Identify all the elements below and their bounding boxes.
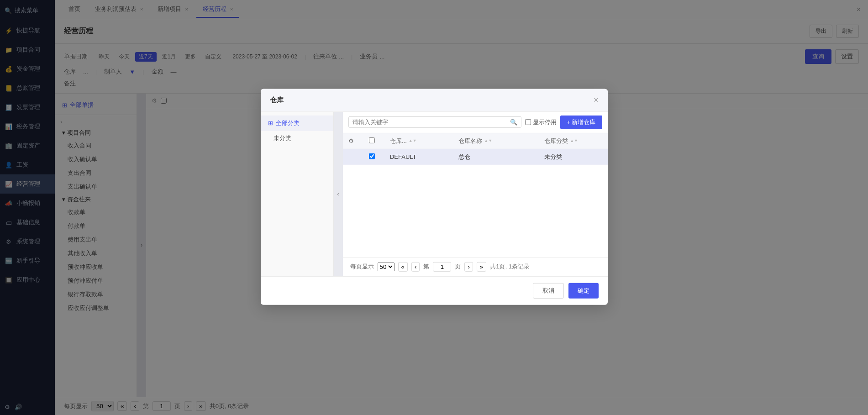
row-code-cell: DEFAULT	[384, 149, 453, 165]
col-code-sort[interactable]: 仓库... ▲▼	[390, 137, 447, 145]
sort-arrows-code: ▲▼	[409, 139, 417, 143]
col-category-sort[interactable]: 仓库分类 ▲▼	[544, 137, 602, 145]
col-code-header: 仓库... ▲▼	[384, 133, 453, 149]
row-category-cell: 未分类	[539, 149, 607, 165]
col-check	[363, 133, 384, 149]
confirm-button[interactable]: 确定	[568, 283, 599, 298]
row-check-cell	[363, 149, 384, 165]
row-gear-cell	[343, 149, 363, 165]
modal-search-icon[interactable]: 🔍	[510, 119, 517, 126]
grid-modal-icon: ⊞	[268, 120, 273, 126]
modal-page-input[interactable]	[433, 262, 451, 271]
modal-prev-btn[interactable]: ‹	[411, 262, 420, 271]
row-checkbox[interactable]	[369, 153, 375, 159]
modal-page-prefix: 第	[423, 263, 429, 271]
modal-right-panel: 🔍 显示停用 + 新增仓库 ⚙	[343, 111, 608, 276]
col-name-sort[interactable]: 仓库名称 ▲▼	[458, 137, 533, 145]
modal-total: 共1页, 1条记录	[490, 263, 530, 271]
col-gear-icon[interactable]: ⚙	[348, 137, 354, 144]
modal-first-btn[interactable]: «	[398, 262, 408, 271]
modal-per-page-select[interactable]: 50	[378, 262, 395, 271]
modal-pagination: 每页显示 50 « ‹ 第 页 › » 共1页, 1条记录	[343, 257, 608, 276]
col-name-header: 仓库名称 ▲▼	[453, 133, 539, 149]
modal-last-btn[interactable]: »	[477, 262, 486, 271]
modal-body: ⊞ 全部分类 未分类 ‹ 🔍 显示停用 + 新增仓库	[261, 111, 608, 276]
warehouse-modal: 仓库 × ⊞ 全部分类 未分类 ‹ 🔍	[261, 89, 608, 305]
category-uncategorized[interactable]: 未分类	[261, 131, 333, 145]
col-category-header: 仓库分类 ▲▼	[539, 133, 607, 149]
sort-arrows-category: ▲▼	[570, 139, 578, 143]
modal-close-icon[interactable]: ×	[594, 95, 599, 105]
modal-toolbar: 🔍 显示停用 + 新增仓库	[343, 111, 608, 133]
show-disabled-label[interactable]: 显示停用	[525, 118, 557, 126]
table-select-all[interactable]	[369, 137, 375, 143]
cancel-button[interactable]: 取消	[533, 283, 564, 298]
modal-header: 仓库 ×	[261, 89, 608, 111]
col-gear: ⚙	[343, 133, 363, 149]
sort-arrows-name: ▲▼	[484, 139, 492, 143]
modal-category-panel: ⊞ 全部分类 未分类	[261, 111, 334, 276]
modal-footer-buttons: 取消 确定	[261, 276, 608, 305]
modal-search-box: 🔍	[348, 116, 522, 128]
modal-search-input[interactable]	[352, 119, 509, 126]
modal-per-page-label: 每页显示	[350, 263, 374, 271]
modal-page-suffix: 页	[455, 263, 461, 271]
add-warehouse-button[interactable]: + 新增仓库	[560, 115, 602, 129]
modal-next-btn[interactable]: ›	[464, 262, 473, 271]
row-name-cell: 总仓	[453, 149, 539, 165]
modal-title: 仓库	[270, 95, 284, 104]
modal-table: ⚙ 仓库... ▲▼	[343, 133, 608, 257]
modal-collapse-btn[interactable]: ‹	[334, 111, 343, 276]
table-row[interactable]: DEFAULT 总仓 未分类	[343, 149, 608, 165]
category-all[interactable]: ⊞ 全部分类	[261, 115, 333, 131]
show-disabled-checkbox[interactable]	[525, 119, 531, 125]
